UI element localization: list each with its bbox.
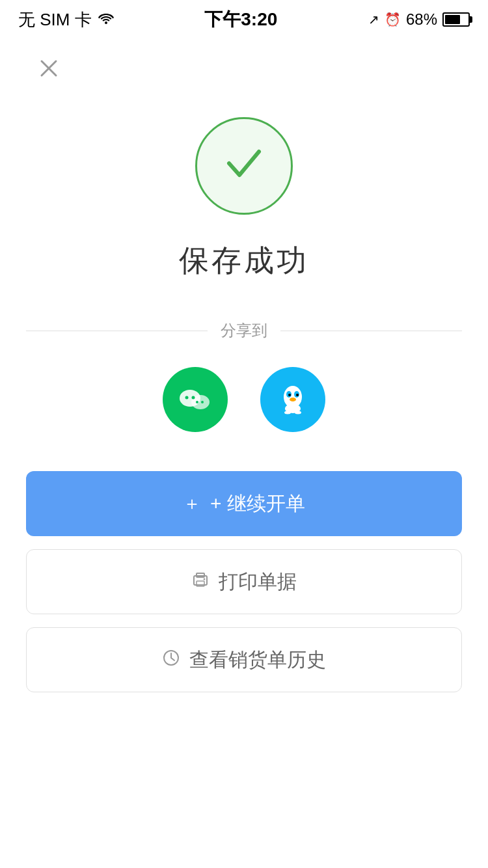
battery-icon: [442, 12, 470, 27]
continue-button[interactable]: ＋ + 继续开单: [26, 471, 462, 536]
battery-text: 68%: [406, 10, 437, 29]
share-icons-row: [163, 367, 325, 432]
alarm-icon: ⏰: [385, 12, 401, 27]
svg-point-7: [201, 401, 204, 403]
svg-point-12: [288, 394, 291, 396]
svg-point-16: [295, 411, 301, 414]
success-icon-circle: [195, 117, 293, 215]
svg-point-20: [204, 578, 206, 580]
history-label: 查看销货单历史: [189, 647, 326, 673]
action-buttons: ＋ + 继续开单 打印单据 查看销货单历: [26, 471, 462, 692]
print-label: 打印单据: [219, 569, 297, 595]
print-button[interactable]: 打印单据: [26, 549, 462, 614]
main-content: 保存成功 分享到: [0, 39, 488, 868]
qq-share-button[interactable]: [260, 367, 325, 432]
no-sim-text: 无 SIM 卡: [18, 8, 92, 31]
svg-point-13: [296, 394, 299, 396]
checkmark-icon: [221, 140, 267, 193]
svg-point-14: [290, 398, 296, 401]
divider-left: [26, 331, 208, 331]
share-divider: 分享到: [26, 320, 462, 341]
continue-label: + 继续开单: [210, 491, 305, 517]
wifi-icon: [98, 11, 114, 28]
clock-icon: [162, 649, 180, 671]
svg-point-15: [284, 411, 291, 414]
svg-point-4: [185, 396, 189, 400]
printer-icon: [191, 571, 210, 593]
location-icon: ↗: [368, 12, 379, 27]
status-bar: 无 SIM 卡 下午3:20 ↗ ⏰ 68%: [0, 0, 488, 39]
success-title: 保存成功: [179, 241, 309, 281]
status-right: ↗ ⏰ 68%: [368, 10, 470, 29]
svg-point-6: [196, 401, 198, 403]
status-left: 无 SIM 卡: [18, 8, 114, 31]
wechat-share-button[interactable]: [163, 367, 228, 432]
share-label: 分享到: [221, 320, 267, 341]
plus-icon: ＋: [183, 491, 201, 516]
divider-right: [280, 331, 462, 331]
status-time: 下午3:20: [204, 7, 277, 32]
svg-point-5: [192, 396, 195, 400]
close-button[interactable]: [33, 52, 65, 85]
history-button[interactable]: 查看销货单历史: [26, 627, 462, 692]
